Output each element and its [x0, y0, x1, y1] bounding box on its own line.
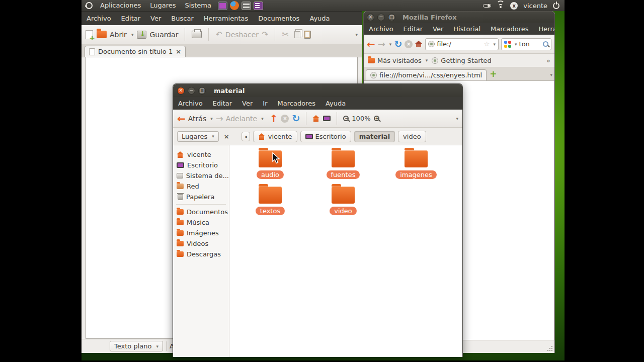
wifi-icon[interactable]: [497, 3, 505, 9]
panel-menu-lugares[interactable]: Lugares: [145, 0, 180, 11]
language-mode-combo[interactable]: Texto plano ▾: [110, 341, 163, 351]
minimize-icon[interactable]: −: [377, 14, 385, 21]
maximize-icon[interactable]: □: [388, 14, 395, 21]
firefox-tab[interactable]: file:///home/vi.../css/enyes.html: [366, 69, 487, 80]
folder-item-video[interactable]: video: [320, 187, 366, 215]
firefox-launcher-icon[interactable]: [230, 1, 239, 10]
most-visited-bookmark[interactable]: Más visitados ▾: [368, 57, 428, 64]
sidebar-item-red[interactable]: Red: [173, 181, 229, 192]
zoom-out-icon[interactable]: −: [343, 116, 349, 121]
zoom-level[interactable]: 100%: [352, 115, 370, 122]
folder-item-fuentes[interactable]: fuentes: [320, 150, 366, 179]
computer-icon[interactable]: [323, 116, 331, 121]
folder-name: fuentes: [327, 170, 360, 179]
nautilus-menu-archivo[interactable]: Archivo: [173, 100, 208, 107]
home-icon[interactable]: [312, 115, 320, 122]
editor-launcher-icon[interactable]: [254, 2, 263, 10]
remote-desktop-launcher-icon[interactable]: [218, 2, 227, 10]
back-icon[interactable]: ←: [367, 39, 375, 49]
gedit-menu-ver[interactable]: Ver: [145, 15, 166, 22]
firefox-menu-archivo[interactable]: Archivo: [364, 25, 398, 33]
sidebar-item-descargas[interactable]: Descargas: [173, 249, 229, 259]
panel-menu-aplicaciones[interactable]: Aplicaciones: [96, 0, 145, 11]
gedit-menu-buscar[interactable]: Buscar: [166, 15, 198, 22]
getting-started-bookmark[interactable]: Getting Started: [432, 57, 492, 64]
sidebar-item-vicente[interactable]: vicente: [173, 149, 229, 160]
username-label[interactable]: vicente: [523, 2, 547, 10]
back-dropdown-icon[interactable]: ▾: [210, 116, 213, 121]
breadcrumb-video[interactable]: video: [398, 131, 426, 142]
places-combo[interactable]: Lugares ▾: [177, 131, 219, 142]
home-icon[interactable]: [415, 41, 423, 47]
nautilus-menu-marcadores[interactable]: Marcadores: [273, 100, 320, 107]
search-bar[interactable]: ▾ ton: [501, 38, 551, 50]
panel-menu-sistema[interactable]: Sistema: [181, 0, 216, 11]
folder-item-audio[interactable]: audio: [247, 150, 293, 179]
bookmarks-overflow-icon[interactable]: »: [546, 57, 550, 64]
nautilus-file-view[interactable]: audio fuentes imagenes textos video: [229, 145, 462, 357]
folder-item-textos[interactable]: textos: [247, 187, 293, 215]
bookmark-star-icon[interactable]: ☆: [484, 40, 490, 48]
breadcrumb-vicente[interactable]: vicente: [253, 131, 297, 142]
sidebar-close-icon[interactable]: ×: [224, 133, 229, 140]
crumb-scroll-left[interactable]: ◂: [242, 132, 250, 141]
save-button[interactable]: Guardar: [137, 31, 178, 39]
sidebar-item-imagenes[interactable]: Imágenes: [173, 228, 229, 238]
gedit-menu-editar[interactable]: Editar: [116, 15, 146, 22]
toolbar-overflow-icon[interactable]: ▾: [456, 116, 458, 121]
firefox-menu-herramientas[interactable]: Herramientas: [534, 25, 555, 33]
url-bar[interactable]: file:/ ☆ ▾: [425, 38, 499, 50]
ubuntu-logo-icon[interactable]: [86, 2, 93, 9]
messaging-indicator-icon[interactable]: x: [510, 2, 518, 10]
nautilus-menu-editar[interactable]: Editar: [208, 100, 237, 107]
firefox-menu-marcadores[interactable]: Marcadores: [486, 25, 533, 33]
volume-slider-icon[interactable]: [483, 4, 491, 8]
maximize-icon[interactable]: □: [198, 87, 206, 95]
history-dropdown-icon[interactable]: ▾: [389, 42, 392, 47]
sidebar-item-escritorio[interactable]: Escritorio: [173, 160, 229, 170]
sidebar-item-sistema[interactable]: Sistema de...: [173, 170, 229, 181]
search-magnifier-icon[interactable]: [543, 41, 548, 47]
reload-icon[interactable]: ↻: [292, 114, 300, 123]
url-dropdown-icon[interactable]: ▾: [493, 42, 496, 47]
breadcrumb-material[interactable]: material: [354, 131, 395, 142]
firefox-titlebar[interactable]: × − □ Mozilla Firefox: [364, 12, 554, 23]
gedit-document-tab[interactable]: Documento sin título 1 ×: [85, 46, 186, 57]
gedit-menu-herramientas[interactable]: Herramientas: [199, 15, 254, 22]
tab-list-dropdown-icon[interactable]: ▾: [550, 72, 552, 77]
tab-close-icon[interactable]: ×: [176, 48, 181, 55]
print-icon[interactable]: [192, 31, 202, 38]
back-button[interactable]: ← Atrás ▾: [177, 114, 213, 124]
nautilus-menu-ayuda[interactable]: Ayuda: [320, 100, 351, 107]
nautilus-titlebar[interactable]: × − □ material: [173, 84, 462, 97]
firefox-menu-historial[interactable]: Historial: [448, 25, 486, 33]
sidebar-item-documentos[interactable]: Documentos: [173, 207, 229, 217]
open-button[interactable]: Abrir ▾: [97, 31, 133, 39]
zoom-in-icon[interactable]: +: [374, 116, 379, 121]
new-document-icon[interactable]: [86, 30, 93, 39]
reload-icon[interactable]: ↻: [394, 39, 402, 49]
power-icon[interactable]: [553, 3, 559, 9]
movie-player-launcher-icon[interactable]: [242, 2, 251, 10]
up-icon[interactable]: ↑: [270, 114, 278, 124]
nautilus-menu-ir[interactable]: Ir: [258, 100, 272, 107]
folder-item-imagenes[interactable]: imagenes: [393, 150, 439, 179]
sidebar-item-musica[interactable]: Música: [173, 217, 229, 228]
gedit-menu-archivo[interactable]: Archivo: [82, 15, 116, 22]
resize-grip[interactable]: [547, 346, 552, 351]
open-dropdown-icon[interactable]: ▾: [131, 32, 134, 37]
close-icon[interactable]: ×: [367, 14, 374, 21]
breadcrumb-escritorio[interactable]: Escritorio: [300, 131, 351, 142]
close-icon[interactable]: ×: [177, 87, 185, 95]
gedit-menu-ayuda[interactable]: Ayuda: [304, 15, 335, 22]
search-engine-dropdown-icon[interactable]: ▾: [515, 42, 517, 47]
toolbar-overflow-icon[interactable]: ▾: [355, 32, 358, 37]
gedit-menu-documentos[interactable]: Documentos: [253, 15, 304, 22]
new-tab-icon[interactable]: +: [490, 69, 497, 79]
firefox-menu-editar[interactable]: Editar: [398, 25, 428, 33]
sidebar-item-videos[interactable]: Videos: [173, 238, 229, 249]
nautilus-menu-ver[interactable]: Ver: [237, 100, 258, 107]
minimize-icon[interactable]: −: [188, 87, 195, 95]
sidebar-item-papelera[interactable]: Papelera: [173, 192, 229, 202]
firefox-menu-ver[interactable]: Ver: [428, 25, 448, 33]
